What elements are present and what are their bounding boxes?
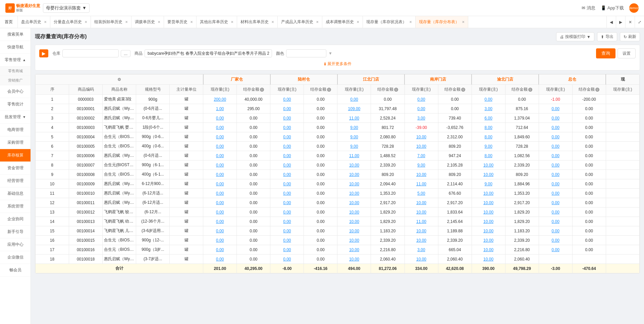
close-icon[interactable]: ✕ (125, 20, 128, 24)
cell-c1-qty[interactable]: 0.00 (203, 226, 237, 236)
cell-c2-qty[interactable]: 0.00 (270, 142, 304, 151)
cell-c2-qty[interactable]: 0.00 (270, 95, 304, 104)
cell-c2-qty[interactable]: 0.00 (270, 151, 304, 160)
cell-c1-qty[interactable]: 0.00 (203, 189, 237, 198)
info-icon[interactable]: ① (528, 88, 532, 92)
close-icon[interactable]: ✕ (85, 20, 87, 24)
cell-c4-qty[interactable]: 0.00 (405, 95, 438, 104)
settings-icon[interactable]: ⚙ (117, 77, 121, 82)
cell-c1-qty[interactable]: 0.00 (203, 123, 237, 132)
cell-c1-qty[interactable]: 0.00 (203, 236, 237, 245)
cell-c3-qty[interactable]: 9.00 (337, 142, 371, 151)
cell-c1-qty[interactable]: 0.00 (203, 170, 237, 179)
cell-c5-qty[interactable]: 8.00 (472, 151, 505, 160)
cell-c4-qty[interactable]: 10.00 (405, 198, 438, 207)
close-icon[interactable]: ✕ (357, 20, 359, 24)
sidebar-item-purchase[interactable]: 采购管理 (0, 136, 31, 149)
sidebar-item-enterprise-wechat[interactable]: 企业微信 (0, 251, 31, 264)
cell-c3-qty[interactable]: 11.00 (337, 113, 371, 123)
cell-t-qty[interactable]: 0.00 (539, 217, 572, 226)
sidebar-item-retail-stats[interactable]: 零售统计 (0, 98, 31, 111)
cell-c3-qty[interactable]: 10.00 (337, 160, 371, 170)
cell-t-qty[interactable]: 0.00 (539, 189, 572, 198)
cell-t-qty[interactable]: 0.00 (539, 123, 572, 132)
cell-c2-qty[interactable]: 0.00 (270, 170, 304, 179)
tab-home[interactable]: 首页 (0, 16, 18, 28)
cell-c5-qty[interactable]: 10.00 (472, 170, 505, 179)
cell-c3-qty[interactable]: 10.00 (337, 189, 371, 198)
close-icon[interactable]: ✕ (462, 20, 465, 24)
tab-stock-distribution[interactable]: 现存量（库存分布表） ✕ (416, 16, 468, 28)
print-button[interactable]: 🖨 按模版打印 ▼ (556, 32, 594, 41)
cell-c5-qty[interactable]: 10.00 (472, 207, 505, 217)
cell-c3-qty[interactable]: 0.00 (337, 95, 371, 104)
goods-input[interactable] (145, 49, 272, 57)
tab-stock-history[interactable]: 盘点单历史 ✕ (18, 16, 50, 28)
cell-t-qty[interactable]: 0.00 (539, 142, 572, 151)
nav-close-all-button[interactable]: ✕ (625, 16, 635, 28)
cell-c5-qty[interactable]: 10.00 (472, 198, 505, 207)
cell-c2-qty[interactable]: 0.00 (270, 236, 304, 245)
cell-t-qty[interactable] (539, 254, 572, 264)
cell-c5-qty[interactable]: 10.00 (472, 160, 505, 170)
cell-c3-qty[interactable]: 10.00 (337, 170, 371, 179)
export-button[interactable]: ⬆ 导出 (597, 32, 617, 41)
close-icon[interactable]: ✕ (231, 20, 233, 24)
cell-c3-qty[interactable]: 10.00 (337, 245, 371, 254)
cell-c3-qty[interactable]: 10.00 (337, 254, 371, 264)
cell-c3-qty[interactable]: 11.00 (337, 151, 371, 160)
sidebar-item-basics[interactable]: 基础信息 (0, 187, 31, 200)
cell-t-qty[interactable]: 0.00 (539, 132, 572, 142)
cell-c5-qty[interactable]: 10.00 (472, 254, 505, 264)
table-scroll[interactable]: ⚙ 厂家仓 陆村仓 江北门店 南岸门店 渝北门店 总仓 现 序 商品编码 商品名… (35, 74, 640, 273)
sidebar-item-ecommerce[interactable]: 电商管理 (0, 124, 31, 136)
cell-c4-qty[interactable]: 11.00 (405, 179, 438, 189)
cell-c2-qty[interactable]: 0.00 (270, 254, 304, 264)
sidebar-item-enterprise[interactable]: 企业协同 (0, 213, 31, 226)
cell-t-qty[interactable]: 0.00 (539, 207, 572, 217)
cell-c4-qty[interactable]: 10.00 (405, 142, 438, 151)
cell-c3-qty[interactable]: 9.00 (337, 123, 371, 132)
cell-c2-qty[interactable]: 0.00 (270, 160, 304, 170)
cell-c1-qty[interactable]: 0.00 (203, 142, 237, 151)
store-select[interactable]: 母婴行业演示陈套 ▼ (43, 3, 90, 13)
info-icon[interactable]: ① (327, 88, 331, 92)
refresh-button[interactable]: ↻ 刷新 (620, 32, 640, 41)
sidebar-item-guide[interactable]: 新手引导 (0, 226, 31, 238)
app-download-button[interactable]: 📱 App下载 (601, 5, 624, 11)
cell-c1-qty[interactable]: 0.00 (203, 198, 237, 207)
cell-t-qty[interactable]: 0.00 (539, 236, 572, 245)
cell-c3-qty[interactable]: 10.00 (337, 207, 371, 217)
cell-c5-qty[interactable]: 9.00 (472, 142, 505, 151)
cell-c4-qty[interactable]: 10.00 (405, 254, 438, 264)
message-button[interactable]: ✉ 消息 (582, 5, 595, 11)
cell-c2-qty[interactable]: 0.00 (270, 217, 304, 226)
cell-c4-qty[interactable]: 10.00 (405, 226, 438, 236)
cell-c2-qty[interactable]: 0.00 (270, 226, 304, 236)
cell-t-qty[interactable]: 0.00 (539, 198, 572, 207)
tab-transfer[interactable]: 调拨单历史 ✕ (131, 16, 164, 28)
cell-c3-qty[interactable]: 10.00 (337, 236, 371, 245)
cell-c3-qty[interactable]: 109.00 (337, 104, 371, 113)
sidebar-item-wholesale[interactable]: 批发管理 ▼ (0, 111, 31, 124)
tab-assembly[interactable]: 组装拆卸单历史 ✕ (91, 16, 131, 28)
cell-c5-qty[interactable]: 10.00 (472, 189, 505, 198)
nav-expand-button[interactable]: ⤢ (635, 16, 644, 28)
cell-c2-qty[interactable]: 0.00 (270, 113, 304, 123)
cell-c2-qty[interactable]: 0.00 (270, 104, 304, 113)
cell-c3-qty[interactable]: 10.00 (337, 217, 371, 226)
cell-c5-qty[interactable]: 10.00 (472, 226, 505, 236)
sidebar-item-member2[interactable]: 畅会员 (0, 264, 31, 277)
cell-c5-qty[interactable]: 8.00 (472, 123, 505, 132)
close-icon[interactable]: ✕ (409, 20, 412, 24)
cell-c2-qty[interactable]: 0.00 (270, 245, 304, 254)
cell-c2-qty[interactable]: 0.00 (270, 207, 304, 217)
close-icon[interactable]: ✕ (44, 20, 47, 24)
tab-outbound[interactable]: 其他出库单历史 ✕ (197, 16, 237, 28)
cell-c5-qty[interactable]: 3.00 (472, 104, 505, 113)
cell-c4-qty[interactable]: 10.00 (405, 207, 438, 217)
cell-c5-qty[interactable]: 10.00 (472, 245, 505, 254)
sidebar-item-operations[interactable]: 经营管理 (0, 175, 31, 187)
cell-c1-qty[interactable]: 0.00 (203, 179, 237, 189)
cell-c4-qty[interactable]: 11.00 (405, 217, 438, 226)
